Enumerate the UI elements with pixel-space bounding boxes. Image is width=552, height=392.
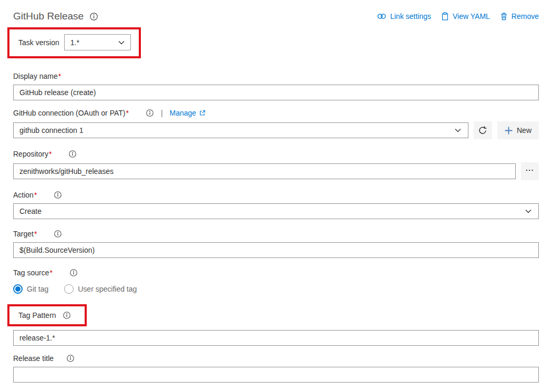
display-name-label: Display name* — [13, 72, 61, 80]
header-actions: Link settings View YAML — [377, 12, 539, 20]
remove-label: Remove — [512, 12, 539, 20]
release-title-label-row: Release title — [13, 354, 539, 363]
task-version-row: Task version 1.* — [18, 34, 131, 50]
action-group: Action* Create — [13, 191, 539, 219]
link-icon — [377, 13, 386, 20]
new-button-label: New — [517, 126, 531, 135]
new-connection-button[interactable]: New — [497, 121, 539, 139]
info-icon[interactable] — [63, 311, 71, 319]
github-connection-label: GitHub connection (OAuth or PAT)* — [13, 109, 129, 117]
tag-pattern-highlight-box: Tag Pattern — [7, 304, 87, 326]
repository-label-row: Repository* — [13, 150, 539, 158]
chevron-down-icon — [455, 128, 461, 132]
radio-user-specified-tag-label: User specified tag — [78, 285, 137, 293]
display-name-label-row: Display name* — [13, 72, 539, 80]
external-link-icon — [199, 110, 206, 116]
info-icon[interactable] — [146, 109, 154, 117]
page-header: GitHub Release Link settings — [13, 0, 539, 22]
link-settings-button[interactable]: Link settings — [377, 12, 431, 20]
trash-icon — [500, 12, 508, 20]
tag-source-label-row: Tag source* — [13, 269, 539, 277]
github-connection-controls: github connection 1 New — [13, 121, 539, 139]
tag-source-radio-group: Git tag User specified tag — [13, 284, 539, 294]
release-title-group: Release title — [13, 354, 539, 383]
link-settings-label: Link settings — [390, 12, 431, 20]
action-dropdown[interactable]: Create — [13, 203, 539, 219]
required-asterisk: * — [49, 269, 52, 277]
display-name-input[interactable] — [13, 85, 539, 100]
required-asterisk: * — [34, 230, 37, 238]
radio-selected-icon — [13, 284, 23, 294]
release-title-label: Release title — [13, 354, 54, 363]
action-label-row: Action* — [13, 191, 539, 199]
radio-user-specified-tag[interactable]: User specified tag — [64, 284, 137, 294]
info-icon[interactable] — [66, 354, 75, 363]
task-version-dropdown[interactable]: 1.* — [64, 34, 131, 50]
manage-label: Manage — [170, 109, 197, 117]
chevron-down-icon — [525, 209, 531, 213]
repository-input[interactable] — [13, 163, 516, 179]
info-icon[interactable] — [54, 230, 62, 238]
label-divider: | — [161, 109, 163, 117]
plus-icon — [505, 127, 513, 135]
remove-button[interactable]: Remove — [500, 12, 539, 20]
release-title-input[interactable] — [13, 367, 539, 383]
ellipsis-icon: ··· — [526, 167, 534, 173]
display-name-group: Display name* — [13, 72, 539, 100]
github-connection-label-row: GitHub connection (OAuth or PAT)* | Mana… — [13, 109, 539, 117]
page-title-wrap: GitHub Release — [13, 11, 98, 22]
chevron-down-icon — [118, 40, 125, 45]
info-icon[interactable] — [69, 269, 78, 277]
refresh-icon — [478, 126, 487, 135]
repository-browse-button[interactable]: ··· — [521, 162, 539, 180]
required-asterisk: * — [49, 150, 52, 158]
info-icon[interactable] — [89, 12, 98, 21]
tag-pattern-group: Tag Pattern — [13, 304, 539, 346]
github-connection-value: github connection 1 — [19, 126, 83, 135]
radio-unselected-icon — [64, 284, 74, 294]
view-yaml-label: View YAML — [453, 12, 490, 20]
radio-git-tag-label: Git tag — [27, 285, 48, 293]
tag-source-group: Tag source* Git tag User specified tag — [13, 269, 539, 294]
required-asterisk: * — [34, 191, 37, 199]
task-version-highlight-box: Task version 1.* — [7, 27, 141, 58]
task-version-label: Task version — [18, 38, 59, 47]
required-asterisk: * — [126, 109, 128, 117]
action-label: Action* — [13, 191, 37, 199]
task-config-panel: GitHub Release Link settings — [0, 0, 552, 383]
info-icon[interactable] — [68, 150, 77, 158]
page-title: GitHub Release — [13, 11, 84, 22]
radio-git-tag[interactable]: Git tag — [13, 284, 48, 294]
manage-link[interactable]: Manage — [170, 109, 206, 117]
view-yaml-button[interactable]: View YAML — [441, 12, 490, 20]
tag-source-label: Tag source* — [13, 269, 53, 277]
target-label: Target* — [13, 230, 37, 238]
github-connection-dropdown[interactable]: github connection 1 — [13, 122, 468, 138]
action-value: Create — [19, 207, 42, 215]
target-input[interactable] — [13, 242, 539, 258]
refresh-button[interactable] — [474, 121, 492, 139]
target-group: Target* — [13, 230, 539, 258]
repository-group: Repository* ··· — [13, 150, 539, 180]
required-asterisk: * — [58, 72, 61, 80]
repository-label: Repository* — [13, 150, 52, 158]
target-label-row: Target* — [13, 230, 539, 238]
task-version-value: 1.* — [70, 38, 79, 47]
tag-pattern-label: Tag Pattern — [18, 311, 56, 319]
github-connection-group: GitHub connection (OAuth or PAT)* | Mana… — [13, 109, 539, 139]
repository-controls: ··· — [13, 162, 539, 180]
clipboard-icon — [441, 12, 449, 20]
info-icon[interactable] — [54, 191, 62, 199]
tag-pattern-input[interactable] — [13, 330, 539, 346]
